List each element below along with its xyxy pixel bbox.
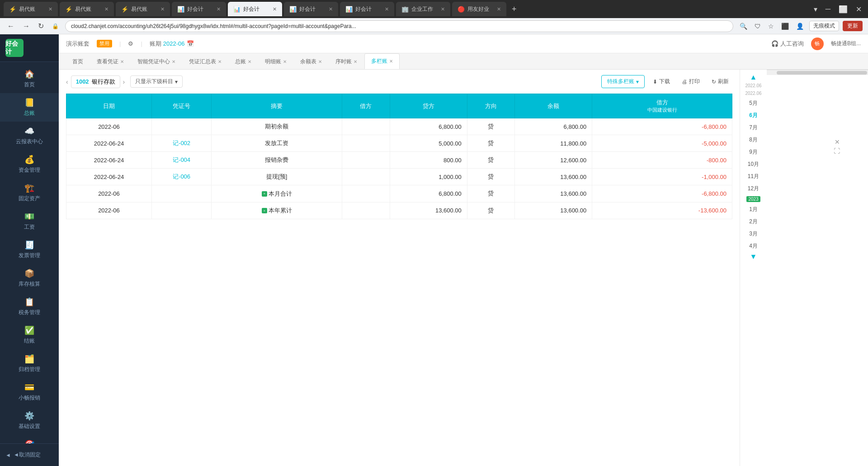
refresh-btn[interactable]: ↻ [36, 22, 46, 30]
refresh-ledger-btn[interactable]: ↻ 刷新 [708, 75, 732, 88]
table-cell: 贷 [467, 118, 514, 135]
close-tab-6[interactable]: ✕ [329, 6, 333, 12]
sidebar-item-tax[interactable]: 📋 税务管理 [0, 292, 59, 321]
filter-subcategory-btn[interactable]: 只显示下级科目 ▾ [130, 75, 183, 88]
close-detail-ledger-tab[interactable]: ✕ [283, 59, 287, 64]
month-aug[interactable]: 8月 [740, 134, 767, 146]
month-apr[interactable]: 4月 [740, 240, 767, 252]
page-tab-home[interactable]: 首页 [66, 54, 90, 69]
sidebar-item-inventory[interactable]: 📦 库存核算 [0, 264, 59, 292]
page-tab-vouchers[interactable]: 查看凭证 ✕ [90, 54, 130, 69]
page-tab-detail-ledger[interactable]: 明细账 ✕ [259, 54, 293, 69]
table-cell[interactable]: 记-006 [151, 169, 211, 185]
close-tab-4[interactable]: ✕ [217, 6, 221, 12]
close-tab-1[interactable]: ✕ [48, 6, 52, 12]
sidebar-item-expense[interactable]: 💳 小畅报销 [0, 378, 59, 406]
sidebar-toggle-icon[interactable]: ⬛ [779, 23, 791, 30]
tab-2[interactable]: ⚡ 易代账 ✕ [60, 2, 114, 16]
special-multi-column-btn[interactable]: 特殊多栏账 ▾ [601, 75, 645, 88]
sidebar-item-guide[interactable]: 🎯 新手引导 [0, 435, 59, 443]
search-icon[interactable]: 🔍 [738, 23, 749, 30]
horizontal-scrollbar[interactable] [767, 70, 868, 75]
print-btn[interactable]: 🖨 打印 [678, 75, 703, 88]
close-vouchers-tab[interactable]: ✕ [120, 59, 124, 64]
page-tab-multi-column[interactable]: 多栏账 ✕ [364, 53, 400, 69]
sidebar-item-settings[interactable]: ⚙️ 基础设置 [0, 406, 59, 435]
close-tab-9[interactable]: ✕ [497, 6, 501, 12]
close-balance-tab[interactable]: ✕ [318, 59, 322, 64]
sidebar-item-cloud-reports[interactable]: ☁️ 云报表中心 [0, 122, 59, 150]
shield-icon[interactable]: 🛡 [753, 23, 763, 30]
month-oct[interactable]: 10月 [740, 159, 767, 170]
page-tab-journal[interactable]: 序时账 ✕ [329, 54, 363, 69]
sidebar-item-invoice[interactable]: 🧾 发票管理 [0, 235, 59, 264]
tab-list-btn[interactable]: ▾ [811, 5, 820, 14]
month-may[interactable]: 5月 [740, 98, 767, 109]
close-tab-3[interactable]: ✕ [160, 6, 165, 12]
close-general-ledger-tab[interactable]: ✕ [248, 59, 251, 64]
table-cell[interactable]: 记-002 [151, 135, 211, 152]
settings-btn[interactable]: ⚙ [128, 40, 133, 47]
scrollbar-thumb[interactable] [777, 71, 867, 75]
close-smart-vouchers-tab[interactable]: ✕ [172, 59, 175, 64]
next-account-btn[interactable]: › [123, 78, 125, 85]
panel-down-btn[interactable]: ▼ [750, 253, 757, 261]
close-tab-2[interactable]: ✕ [104, 6, 108, 12]
maximize-btn[interactable]: ⬜ [836, 5, 850, 14]
tab-5-active[interactable]: 📊 好会计 ✕ [228, 2, 282, 16]
tab-6[interactable]: 📊 好会计 ✕ [284, 2, 338, 16]
account-selector[interactable]: 1002 银行存款 [71, 75, 120, 88]
sidebar-item-close-books[interactable]: ✅ 结账 [0, 321, 59, 349]
url-input[interactable]: cloud2.chanjet.com/accounting/uh26t264j5… [65, 20, 733, 32]
star-icon[interactable]: ☆ [766, 23, 776, 30]
close-voucher-summary-tab[interactable]: ✕ [218, 59, 222, 64]
month-feb[interactable]: 2月 [740, 216, 767, 227]
sidebar-item-ledger[interactable]: 📒 总账 [0, 93, 59, 122]
add-tab-button[interactable]: + [508, 5, 520, 14]
page-tab-balance[interactable]: 余额表 ✕ [294, 54, 328, 69]
incognito-mode-btn[interactable]: 无痕模式 [809, 21, 839, 31]
sidebar-item-funds[interactable]: 💰 资金管理 [0, 150, 59, 179]
prev-account-btn[interactable]: ‹ [66, 78, 68, 85]
user-avatar[interactable]: 畅 [811, 38, 824, 50]
back-btn[interactable]: ← [5, 22, 16, 30]
sidebar-item-home[interactable]: 🏠 首页 [0, 65, 59, 93]
month-dec[interactable]: 12月 [740, 183, 767, 194]
update-btn[interactable]: 更新 [843, 21, 863, 31]
close-tab-7[interactable]: ✕ [385, 6, 389, 12]
month-nov[interactable]: 11月 [740, 171, 767, 182]
sidebar-item-archive[interactable]: 🗂️ 归档管理 [0, 349, 59, 378]
minimize-btn[interactable]: ─ [823, 5, 833, 13]
download-btn[interactable]: ⬇ 下载 [649, 75, 674, 88]
close-tab-8[interactable]: ✕ [441, 6, 445, 12]
month-sep[interactable]: 9月 [740, 146, 767, 158]
month-jan[interactable]: 1月 [740, 204, 767, 215]
close-window-btn[interactable]: ✕ [853, 5, 864, 14]
tab-9[interactable]: 🔴 用友好业 ✕ [452, 2, 506, 16]
close-tab-5[interactable]: ✕ [273, 6, 277, 12]
sidebar-item-payroll[interactable]: 💵 工资 [0, 207, 59, 235]
forward-btn[interactable]: → [21, 22, 32, 30]
month-july[interactable]: 7月 [740, 122, 767, 133]
tab-4[interactable]: 📊 好会计 ✕ [172, 2, 226, 16]
table-cell[interactable]: 记-004 [151, 152, 211, 169]
page-tab-smart-vouchers[interactable]: 智能凭证中心 ✕ [131, 54, 182, 69]
profile-icon[interactable]: 👤 [794, 23, 806, 30]
tab-1[interactable]: ⚡ 易代账 ✕ [4, 2, 58, 16]
period-selector[interactable]: 账期 2022-06 📅 [150, 40, 194, 48]
tab-8[interactable]: 🏢 企业工作 ✕ [396, 2, 450, 16]
close-multi-column-tab[interactable]: ✕ [389, 59, 393, 64]
tab-3[interactable]: ⚡ 易代账 ✕ [116, 2, 170, 16]
close-journal-tab[interactable]: ✕ [354, 59, 357, 64]
expand-panel-btn[interactable]: ⛶ [834, 147, 840, 155]
month-june[interactable]: 6月 [740, 110, 767, 121]
month-mar[interactable]: 3月 [740, 228, 767, 240]
sidebar-item-fixed-assets[interactable]: 🏗️ 固定资产 [0, 179, 59, 207]
panel-up-btn[interactable]: ▲ [750, 73, 757, 81]
unpin-sidebar-btn[interactable]: ◄ ◄取消固定 [0, 447, 59, 462]
help-btn[interactable]: 🎧 人工咨询 [771, 40, 804, 48]
close-panel-btn[interactable]: ✕ [835, 138, 840, 146]
page-tab-voucher-summary[interactable]: 凭证汇总表 ✕ [183, 54, 228, 69]
tab-7[interactable]: 📊 好会计 ✕ [340, 2, 394, 16]
page-tab-general-ledger[interactable]: 总账 ✕ [229, 54, 258, 69]
